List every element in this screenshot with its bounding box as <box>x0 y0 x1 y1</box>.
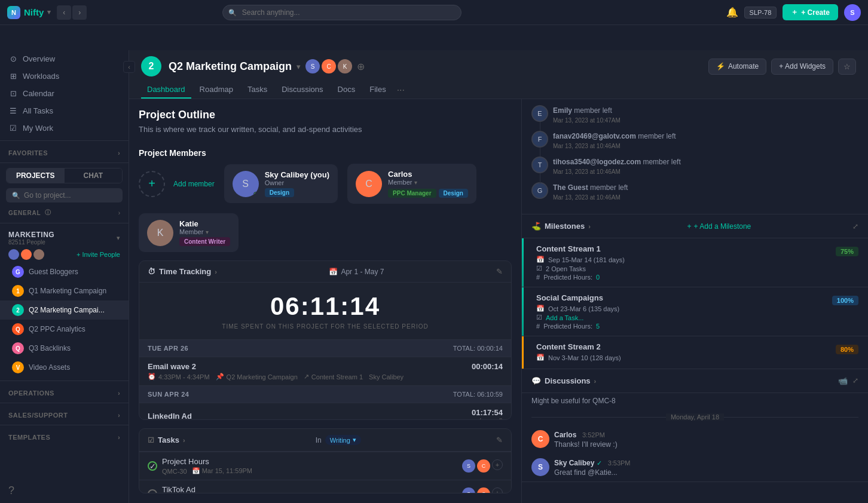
sidebar-item-my-work[interactable]: ☑ My Work <box>0 119 129 137</box>
discussions-title: 💬 Discussions › <box>531 376 596 385</box>
app-logo[interactable]: N Nifty ▾ <box>7 6 51 19</box>
task-add-member-icon[interactable]: + <box>492 459 503 470</box>
sidebar-item-calendar[interactable]: ⊡ Calendar <box>0 85 129 102</box>
marketing-avatar-3 <box>33 249 44 260</box>
star-button[interactable]: ☆ <box>838 59 856 75</box>
discussions-icon: 💬 <box>531 376 541 385</box>
milestones-expand-icon: › <box>588 223 591 230</box>
logo-dropdown-arrow[interactable]: ▾ <box>47 8 51 16</box>
add-member-label[interactable]: Add member <box>173 180 215 188</box>
tasks-widget-title[interactable]: ☑ Tasks › <box>148 435 185 444</box>
carlos-role-dropdown[interactable]: ▾ <box>414 179 417 186</box>
carlos-badges: PPC Manager Design <box>388 187 468 198</box>
task-add-member-tiktok-icon[interactable]: + <box>492 487 503 493</box>
task-checkbox-tiktok[interactable] <box>148 489 157 493</box>
templates-section[interactable]: TEMPLATES › <box>0 429 129 443</box>
members-row: + Add member S Sky Calibey (you) Owner D… <box>139 164 512 252</box>
invite-people-button[interactable]: + Invite People <box>77 251 120 258</box>
project-item-q2-ppc[interactable]: Q Q2 PPC Analytics <box>0 320 129 339</box>
tab-discussions[interactable]: Discussions <box>276 81 329 99</box>
marketing-chevron-icon: ▾ <box>117 234 120 242</box>
header-actions: ⚡ Automate + Add Widgets ☆ <box>708 59 856 75</box>
sidebar-item-workloads[interactable]: ⊞ Workloads <box>0 68 129 85</box>
automate-button[interactable]: ⚡ Automate <box>708 59 766 75</box>
task-row-tiktok-ad: TikTok Ad QMC-5 Low Priority 📅 Mar 13, 1… <box>139 480 511 493</box>
operations-section[interactable]: OPERATIONS › <box>0 385 129 399</box>
project-dot-q2: 2 <box>12 304 24 316</box>
discussions-expand-icon: › <box>594 378 597 385</box>
help-icon[interactable]: ? <box>8 484 14 497</box>
member-avatar-sky: S <box>305 59 320 73</box>
search-icon: 🔍 <box>228 8 237 16</box>
project-title-dropdown-icon[interactable]: ▾ <box>297 62 301 71</box>
tab-files[interactable]: Files <box>363 81 392 99</box>
task-row-project-hours: ✓ Project Hours QMC-30 📅 Mar 15, 11:59PM… <box>139 452 511 480</box>
tab-tasks[interactable]: Tasks <box>242 81 273 99</box>
disc-avatar-sky: S <box>531 458 549 476</box>
time-tracking-edit-icon[interactable]: ✎ <box>496 267 503 276</box>
sales-support-section[interactable]: SALES/SUPPORT › <box>0 407 129 421</box>
project-dot-backlinks: Q <box>12 342 24 354</box>
tasks-edit-icon[interactable]: ✎ <box>496 435 503 444</box>
members-section: Project Members + Add member S <box>139 148 512 252</box>
hours-icon-1: # <box>536 274 540 281</box>
milestone-tasks-2: ☑ Add a Task... <box>536 314 858 321</box>
project-item-q2-marketing[interactable]: 2 Q2 Marketing Campai... <box>0 300 129 320</box>
favorites-section[interactable]: FAVORITES › <box>0 145 129 159</box>
tab-docs[interactable]: Docs <box>332 81 362 99</box>
notifications-icon[interactable]: 🔔 <box>726 7 738 18</box>
time-tracking-widget: ⏱ Time Tracking › 📅 Apr 1 - May 7 ✎ 06:1… <box>139 260 512 420</box>
user-avatar[interactable]: S <box>844 4 861 21</box>
workloads-icon: ⊞ <box>8 72 18 81</box>
disc-content-sky: Sky Calibey ✓ 3:53PM Great find @Katie..… <box>554 458 631 477</box>
operations-chevron-icon: › <box>118 390 120 397</box>
templates-chevron-icon: › <box>118 434 120 441</box>
outline-description: This is where we track our written, soci… <box>139 125 512 134</box>
add-milestone-button[interactable]: + + Add a Milestone <box>687 222 751 231</box>
project-item-video-assets[interactable]: V Video Assets <box>0 358 129 377</box>
activity-avatar-tihosa: T <box>531 157 548 173</box>
writing-filter-badge[interactable]: Writing ▾ <box>325 435 361 445</box>
project-item-guest-bloggers[interactable]: G Guest Bloggers <box>0 262 129 281</box>
nav-arrows: ‹ › <box>57 5 87 20</box>
milestones-section: ⛳ Milestones › + + Add a Milestone ⤢ Con… <box>522 214 868 369</box>
general-expand-icon[interactable]: › <box>118 210 120 216</box>
sidebar-collapse-button[interactable]: ‹ <box>123 61 129 73</box>
nav-back-button[interactable]: ‹ <box>57 5 71 20</box>
add-member-card: + Add member <box>139 171 215 197</box>
discussions-video-icon[interactable]: 📹 <box>838 376 848 385</box>
sidebar-item-overview[interactable]: ⊙ Overview <box>0 50 129 68</box>
nav-forward-button[interactable]: › <box>72 5 87 20</box>
project-item-q3-backlinks[interactable]: Q Q3 Backlinks <box>0 339 129 358</box>
tab-dashboard[interactable]: Dashboard <box>141 81 191 99</box>
katie-role-dropdown[interactable]: ▾ <box>206 229 209 235</box>
all-tasks-icon: ☰ <box>8 106 18 115</box>
add-member-button[interactable]: + <box>139 171 165 197</box>
chat-tab[interactable]: CHAT <box>65 168 123 183</box>
sidebar-search-input[interactable] <box>24 191 117 200</box>
more-tabs-button[interactable]: ··· <box>395 85 407 96</box>
projects-chat-tabs: PROJECTS CHAT <box>6 168 123 183</box>
top-navigation: N Nifty ▾ ‹ › 🔍 🔔 SLP-78 ＋ + Create S <box>0 0 868 25</box>
add-member-header-icon[interactable]: ⊕ <box>357 61 365 72</box>
task-meta-project-hours: QMC-30 📅 Mar 15, 11:59PM <box>162 467 457 475</box>
task-checkbox-project-hours[interactable]: ✓ <box>148 461 157 471</box>
discussions-fullscreen-icon[interactable]: ⤢ <box>852 376 858 385</box>
add-widgets-button[interactable]: + Add Widgets <box>771 59 833 75</box>
milestones-fullscreen-icon[interactable]: ⤢ <box>852 222 858 231</box>
marketing-header[interactable]: MARKETING 82511 People ▾ <box>8 231 120 246</box>
sidebar-item-all-tasks[interactable]: ☰ All Tasks <box>0 102 129 119</box>
tab-roadmap[interactable]: Roadmap <box>194 81 239 99</box>
sidebar-search-icon: 🔍 <box>12 192 20 200</box>
katie-content-badge: Content Writer <box>179 237 230 246</box>
member-avatar-katie-card: K <box>147 220 173 246</box>
projects-tab[interactable]: PROJECTS <box>7 168 65 183</box>
search-input[interactable] <box>222 5 461 20</box>
time-tracking-title[interactable]: ⏱ Time Tracking › <box>148 267 217 276</box>
activity-log-section: E Emily member left Mar 13, 2023 at 10:4… <box>522 99 868 214</box>
project-item-q1-marketing[interactable]: 1 Q1 Marketing Campaign <box>0 281 129 300</box>
project-title: Q2 Marketing Campaign <box>169 60 292 73</box>
date-icon-2: 📅 <box>536 305 545 312</box>
create-button[interactable]: ＋ + Create <box>783 4 838 20</box>
tasks-filter: In Writing ▾ <box>316 435 361 445</box>
